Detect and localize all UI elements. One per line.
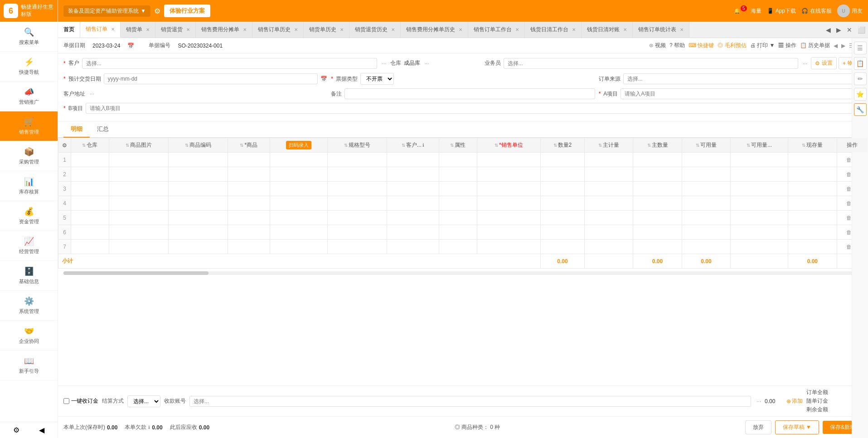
table-cell[interactable] — [540, 182, 584, 196]
table-cell[interactable] — [788, 225, 837, 240]
table-cell[interactable] — [270, 167, 327, 182]
delete-icon[interactable]: 🗑 — [846, 186, 852, 192]
sort-product-code[interactable]: ⇅ — [185, 143, 189, 148]
table-cell[interactable] — [327, 240, 387, 254]
sidebar-item-operations[interactable]: 📈 经营管理 — [0, 231, 58, 261]
table-cell[interactable] — [682, 196, 730, 211]
tab-expense[interactable]: 销售费用分摊单 ✕ — [196, 22, 252, 38]
delete-icon[interactable]: 🗑 — [846, 215, 852, 221]
tab-close-return[interactable]: ✕ — [186, 27, 190, 32]
table-cell[interactable] — [168, 240, 228, 254]
table-cell[interactable] — [71, 196, 109, 211]
sidebar-item-purchase[interactable]: 📦 采购管理 — [0, 141, 58, 171]
video-link[interactable]: ⊙ 视频 — [649, 42, 666, 49]
tab-close-order-history[interactable]: ✕ — [294, 27, 298, 32]
sidebar-item-finance[interactable]: 💰 资金管理 — [0, 201, 58, 231]
table-cell[interactable] — [731, 153, 788, 167]
tab-right-arrow[interactable]: ▶ — [834, 26, 844, 34]
table-cell[interactable] — [633, 167, 682, 182]
table-cell[interactable] — [540, 196, 584, 211]
sort-spec[interactable]: ⇅ — [344, 143, 348, 148]
table-cell[interactable] — [633, 240, 682, 254]
right-panel-btn-4[interactable]: ⭐ — [854, 88, 867, 101]
account-ellipsis[interactable]: ··· — [756, 398, 761, 404]
table-cell[interactable] — [682, 153, 730, 167]
table-cell[interactable] — [788, 211, 837, 225]
table-cell[interactable] — [228, 182, 270, 196]
operation-link[interactable]: ☰ 操作 — [778, 42, 796, 49]
table-cell[interactable] — [477, 182, 540, 196]
user-menu[interactable]: U 用友 — [837, 5, 863, 17]
tab-close-cash-reconcile[interactable]: ✕ — [623, 27, 627, 32]
table-cell[interactable] — [633, 196, 682, 211]
sidebar-item-basic[interactable]: 🗄️ 基础信息 — [0, 261, 58, 291]
account-input[interactable] — [189, 396, 751, 407]
tab-sales-invoice[interactable]: 销货单 ✕ — [121, 22, 155, 38]
table-cell[interactable] — [71, 240, 109, 254]
sidebar-item-guide[interactable]: 📖 新手引导 — [0, 351, 58, 380]
history-link[interactable]: 📋 历史单据 — [800, 42, 830, 49]
sort-warehouse[interactable]: ⇅ — [82, 143, 86, 148]
table-cell[interactable] — [584, 240, 633, 254]
table-cell[interactable] — [477, 225, 540, 240]
tab-close-all[interactable]: ✕ — [844, 26, 855, 34]
table-cell[interactable] — [584, 182, 633, 196]
tab-cash-reconcile[interactable]: 钱货日清对账 ✕ — [582, 22, 633, 38]
add-payment-btn[interactable]: ⊕ 添加 — [786, 397, 803, 405]
table-cell[interactable] — [228, 211, 270, 225]
table-cell[interactable] — [387, 153, 439, 167]
sort-main-qty[interactable]: ⇅ — [647, 143, 651, 148]
next-page-icon[interactable]: ▶ — [841, 43, 845, 49]
table-cell[interactable] — [633, 225, 682, 240]
sidebar-item-marketing[interactable]: 📣 营销推广 — [0, 82, 58, 111]
table-cell[interactable] — [682, 240, 730, 254]
table-cell[interactable] — [788, 240, 837, 254]
table-cell[interactable] — [327, 196, 387, 211]
table-cell[interactable] — [387, 167, 439, 182]
table-cell[interactable] — [327, 153, 387, 167]
table-cell[interactable] — [270, 240, 327, 254]
table-cell[interactable] — [682, 167, 730, 182]
sidebar-item-quick[interactable]: ⚡ 快捷导航 — [0, 52, 58, 82]
delete-icon[interactable]: 🗑 — [846, 200, 852, 207]
table-cell[interactable] — [540, 225, 584, 240]
invoice-type-select[interactable]: 不开票 — [360, 73, 394, 85]
th-product[interactable]: ⇅ *商品 — [228, 138, 270, 153]
sidebar-item-search[interactable]: 🔍 搜索菜单 — [0, 22, 58, 52]
save-draft-btn[interactable]: 保存草稿 ▼ — [775, 420, 819, 434]
sidebar-item-sales[interactable]: 🛒 销售管理 — [0, 111, 58, 141]
sort-qty2[interactable]: ⇅ — [553, 143, 557, 148]
table-cell[interactable] — [477, 196, 540, 211]
th-spec[interactable]: ⇅ 规格型号 — [327, 138, 387, 153]
tab-close-invoice-history[interactable]: ✕ — [340, 27, 344, 32]
sort-available[interactable]: ⇅ — [696, 143, 699, 148]
table-cell[interactable] — [439, 196, 477, 211]
table-cell[interactable] — [270, 153, 327, 167]
address-ellipsis[interactable]: ··· — [90, 91, 94, 97]
table-cell[interactable] — [71, 167, 109, 182]
table-cell[interactable] — [477, 211, 540, 225]
table-cell[interactable] — [168, 182, 228, 196]
table-cell[interactable] — [109, 225, 168, 240]
tab-close-workbench[interactable]: ✕ — [515, 27, 519, 32]
settings-icon[interactable]: ⚙ — [154, 7, 160, 15]
th-stock[interactable]: ⇅ 现存量 — [788, 138, 837, 153]
delete-icon[interactable]: 🗑 — [846, 157, 852, 163]
settings-gear-icon[interactable]: ⚙ — [13, 426, 19, 434]
sort-product[interactable]: ⇅ — [240, 143, 243, 148]
delete-icon[interactable]: 🗑 — [846, 171, 852, 178]
shortcut-link[interactable]: ⌨ 快捷键 — [689, 42, 714, 49]
table-cell[interactable] — [540, 167, 584, 182]
scrollbar-track[interactable] — [63, 271, 863, 275]
table-cell[interactable] — [731, 240, 788, 254]
tab-maximize[interactable]: ⬜ — [855, 26, 868, 34]
table-cell[interactable] — [439, 240, 477, 254]
table-cell[interactable] — [788, 153, 837, 167]
table-cell[interactable] — [788, 167, 837, 182]
tab-cash-workbench[interactable]: 钱货日清工作台 ✕ — [525, 22, 582, 38]
table-cell[interactable] — [584, 196, 633, 211]
table-cell[interactable] — [168, 153, 228, 167]
table-cell[interactable] — [327, 182, 387, 196]
th-sales-unit[interactable]: ⇅ *销售单位 — [477, 138, 540, 153]
table-cell[interactable] — [731, 167, 788, 182]
